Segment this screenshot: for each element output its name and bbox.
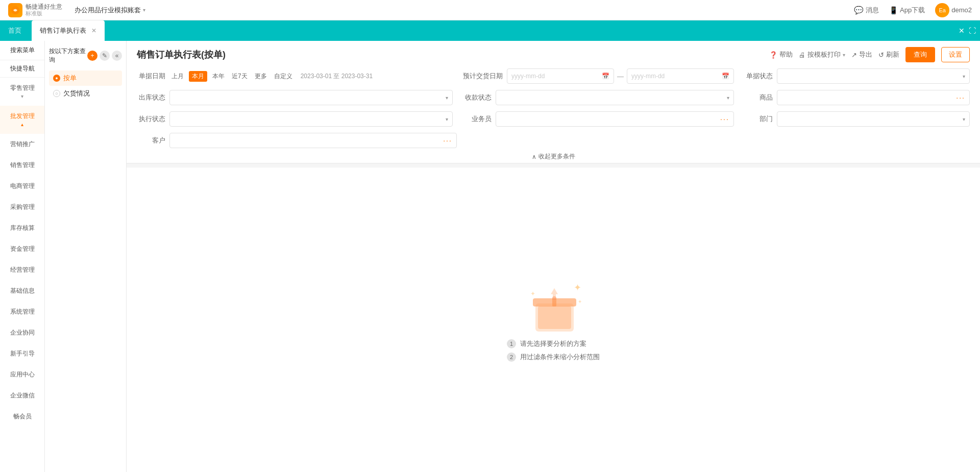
- svg-text:✦: ✦: [530, 290, 535, 297]
- edit-icon: ✎: [102, 52, 107, 59]
- expected-delivery-label: 预计交货日期: [463, 72, 503, 81]
- date-tab-this-year[interactable]: 本年: [210, 71, 227, 82]
- page-body: 按以下方案查询 + ✎ « ● 按单: [45, 41, 980, 472]
- execution-status-select[interactable]: ▾: [169, 111, 453, 127]
- settings-button[interactable]: 设置: [941, 47, 970, 62]
- print-chevron-icon: ▾: [843, 52, 845, 58]
- content-area: 按以下方案查询 + ✎ « ● 按单: [45, 41, 980, 472]
- sidebar-item-finance[interactable]: 资金管理: [0, 239, 44, 259]
- sidebar-item-ecommerce[interactable]: 电商管理: [0, 176, 44, 197]
- scheme-active-dot: ●: [53, 75, 60, 82]
- sidebar-search[interactable]: 搜索菜单: [0, 41, 44, 60]
- tab-home[interactable]: 首页: [0, 20, 30, 41]
- breadcrumb-arrow-icon: ▾: [143, 7, 145, 13]
- left-panel: 按以下方案查询 + ✎ « ● 按单: [45, 41, 127, 472]
- scheme-inactive-dot: ○: [53, 90, 60, 97]
- svg-text:✦: ✦: [578, 299, 582, 304]
- export-button[interactable]: ↗ 导出: [851, 50, 872, 59]
- filter-row-1: 单据日期 上月 本月 本年 近7天 更多 自定义 2023-03-01 至 20…: [137, 68, 970, 84]
- sidebar: 搜索菜单 快捷导航 零售管理 ▾ 批发管理 ▴ 营销推广 销售管理 电商管理 采…: [0, 41, 45, 472]
- sidebar-item-member[interactable]: 畅会员: [0, 406, 44, 427]
- filter-delivery-status: 出库状态 ▾: [137, 90, 453, 105]
- add-scheme-button[interactable]: +: [87, 51, 97, 61]
- left-panel-icons: + ✎ «: [87, 51, 122, 61]
- message-icon: 💬: [854, 6, 864, 15]
- sidebar-item-purchase[interactable]: 采购管理: [0, 197, 44, 218]
- filter-expected-delivery: 预计交货日期 yyyy-mm-dd 📅 — yyyy-mm-dd: [463, 68, 734, 84]
- refresh-button[interactable]: ↺ 刷新: [878, 50, 899, 59]
- date-tab-custom[interactable]: 自定义: [272, 71, 295, 82]
- collapse-panel-button[interactable]: «: [112, 51, 122, 61]
- filter-row-2: 出库状态 ▾ 收款状态 ▾: [137, 90, 970, 105]
- salesperson-ellipsis-icon[interactable]: ···: [720, 115, 729, 123]
- goods-ellipsis-icon[interactable]: ···: [956, 93, 965, 102]
- department-chevron-icon: ▾: [963, 116, 965, 122]
- customer-select[interactable]: ···: [169, 133, 457, 148]
- execution-status-chevron-icon: ▾: [446, 116, 448, 122]
- salesperson-select[interactable]: ···: [496, 111, 734, 127]
- empty-state: ✦ ✦ ✦ 1 请先选择要分析的方案: [127, 168, 980, 472]
- sidebar-item-inventory[interactable]: 库存核算: [0, 218, 44, 239]
- avatar: Ea: [935, 3, 949, 17]
- scheme-item-invoice[interactable]: ● 按单: [49, 70, 122, 86]
- help-icon: ❓: [769, 51, 777, 59]
- sidebar-item-retail[interactable]: 零售管理 ▾: [0, 78, 44, 106]
- sidebar-item-enterprise[interactable]: 企业协同: [0, 322, 44, 343]
- filter-customer: 客户 ···: [137, 133, 457, 148]
- delivery-status-chevron-icon: ▾: [446, 95, 448, 101]
- date-tab-more[interactable]: 更多: [253, 71, 269, 82]
- expected-delivery-end[interactable]: yyyy-mm-dd 📅: [627, 68, 734, 84]
- expected-delivery-start[interactable]: yyyy-mm-dd 📅: [507, 68, 614, 84]
- logo-icon: [8, 3, 22, 17]
- sidebar-item-apps[interactable]: 应用中心: [0, 364, 44, 385]
- help-button[interactable]: ❓ 帮助: [769, 50, 793, 59]
- filter-goods: 商品 ···: [744, 90, 970, 105]
- filter-area: 单据日期 上月 本月 本年 近7天 更多 自定义 2023-03-01 至 20…: [137, 68, 970, 163]
- tab-bar-controls: ✕ ⛶: [959, 27, 980, 35]
- query-button[interactable]: 查询: [905, 47, 935, 62]
- order-status-select[interactable]: ▾: [777, 68, 970, 84]
- payment-status-select[interactable]: ▾: [496, 90, 734, 105]
- sidebar-item-wholesale[interactable]: 批发管理 ▴: [0, 106, 44, 134]
- filter-row-3: 执行状态 ▾ 业务员 ···: [137, 111, 970, 127]
- export-icon: ↗: [851, 51, 857, 59]
- sidebar-item-wechat[interactable]: 企业微信: [0, 385, 44, 406]
- date-tabs: 上月 本月 本年 近7天 更多 自定义: [169, 71, 295, 82]
- page-title-row: 销售订单执行表(按单) ❓ 帮助 🖨 按模板打印 ▾: [137, 47, 970, 62]
- date-tab-current-month[interactable]: 本月: [189, 71, 207, 82]
- tab-close-icon[interactable]: ✕: [91, 27, 96, 34]
- sidebar-item-system[interactable]: 系统管理: [0, 301, 44, 322]
- filter-execution-status: 执行状态 ▾: [137, 111, 453, 127]
- svg-rect-2: [538, 306, 571, 329]
- tab-close-all-icon[interactable]: ✕: [959, 27, 965, 35]
- customer-ellipsis-icon[interactable]: ···: [443, 136, 452, 145]
- user-menu[interactable]: Ea demo2: [935, 3, 972, 17]
- sidebar-item-sales[interactable]: 销售管理: [0, 155, 44, 176]
- sidebar-item-marketing[interactable]: 营销推广: [0, 134, 44, 155]
- app-download-button[interactable]: 📱 App下载: [889, 6, 925, 15]
- breadcrumb[interactable]: 办公用品行业模拟账套 ▾: [75, 6, 145, 15]
- edit-scheme-button[interactable]: ✎: [100, 51, 110, 61]
- message-button[interactable]: 💬 消息: [854, 6, 879, 15]
- template-print-button[interactable]: 🖨 按模板打印 ▾: [799, 50, 845, 59]
- filter-order-status: 单据状态 ▾: [744, 68, 970, 84]
- delivery-status-select[interactable]: ▾: [169, 90, 453, 105]
- department-select[interactable]: ▾: [777, 111, 970, 127]
- sidebar-item-newbie[interactable]: 新手引导: [0, 343, 44, 364]
- tab-expand-icon[interactable]: ⛶: [969, 27, 976, 35]
- order-status-chevron-icon: ▾: [963, 74, 965, 79]
- page-actions: ❓ 帮助 🖨 按模板打印 ▾ ↗ 导出: [769, 47, 970, 62]
- scheme-item-debt[interactable]: ○ 欠货情况: [49, 86, 122, 101]
- date-tab-last-month[interactable]: 上月: [169, 71, 186, 82]
- collapse-filter-button[interactable]: ∧ 收起更多条件: [137, 148, 970, 163]
- goods-select[interactable]: ···: [777, 90, 970, 105]
- sidebar-item-operation[interactable]: 经营管理: [0, 259, 44, 280]
- main-layout: 搜索菜单 快捷导航 零售管理 ▾ 批发管理 ▴ 营销推广 销售管理 电商管理 采…: [0, 41, 980, 472]
- hint-num-2: 2: [507, 352, 516, 362]
- sidebar-item-basic[interactable]: 基础信息: [0, 280, 44, 301]
- filter-row-4: 客户 ···: [137, 133, 970, 148]
- sidebar-quick-nav[interactable]: 快捷导航: [0, 60, 44, 78]
- date-tab-last-7[interactable]: 近7天: [230, 71, 250, 82]
- customer-label: 客户: [137, 136, 165, 145]
- tab-sales-order[interactable]: 销售订单执行表 ✕: [32, 20, 105, 41]
